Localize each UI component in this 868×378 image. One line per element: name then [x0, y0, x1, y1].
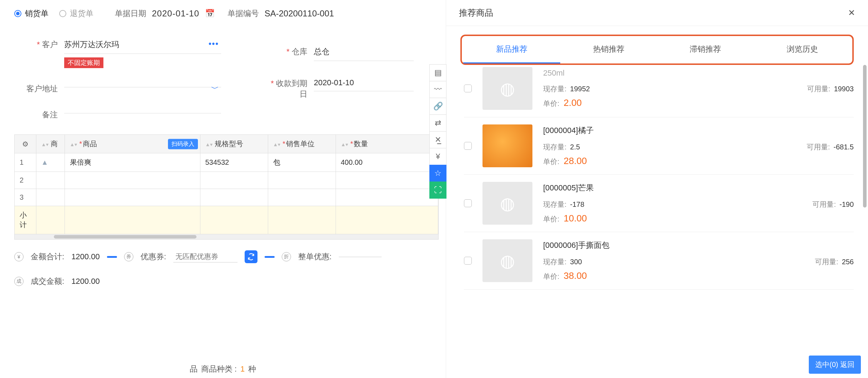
price-value: 38.00	[564, 270, 587, 281]
scan-input-button[interactable]: 扫码录入	[168, 139, 198, 149]
warehouse-label: 仓库	[264, 45, 314, 57]
calendar-icon[interactable]: 📅	[205, 9, 215, 18]
doc-code-value: SA-20200110-001	[265, 9, 334, 19]
stock-value: 2.5	[570, 143, 580, 151]
item-checkbox[interactable]	[464, 142, 472, 150]
kinds-suffix: 种	[248, 364, 256, 374]
cell-qty[interactable]: 400.00	[336, 153, 438, 172]
subtotal-label: 小计	[15, 206, 36, 234]
tab-browse-history[interactable]: 浏览历史	[754, 38, 851, 63]
recommend-item[interactable]: ◍[0000005]芒果现存量:-178可用量:-190单价:10.00	[464, 175, 854, 232]
kinds-value: 1	[240, 364, 245, 374]
doc-date-value[interactable]: 2020-01-10	[152, 9, 199, 19]
recommend-item[interactable]: ◍[0000006]手撕面包现存量:300可用量:256单价:38.00	[464, 232, 854, 290]
rail-chart-icon[interactable]: 〰	[429, 81, 446, 98]
due-field[interactable]: 2020-01-10	[314, 77, 414, 91]
sort-icon[interactable]: ▲▾	[341, 142, 348, 147]
sort-icon[interactable]: ▲▾	[41, 142, 49, 147]
rail-expand-icon[interactable]: ⛶	[429, 182, 446, 199]
customer-field[interactable]: 苏州万达沃尔玛 •••	[64, 38, 221, 54]
col-img: 商	[51, 140, 58, 148]
amount-label: 金额合计:	[31, 251, 64, 262]
sort-icon[interactable]: ▲▾	[273, 142, 281, 147]
cell-qty[interactable]	[336, 172, 438, 189]
table-row[interactable]: 1▲果倍爽534532包400.00	[15, 153, 438, 172]
gear-icon[interactable]: ⚙	[22, 140, 29, 148]
cell-unit[interactable]: 包	[268, 153, 336, 172]
item-checkbox[interactable]	[464, 85, 472, 92]
cell-unit[interactable]	[268, 172, 336, 189]
ellipsis-icon[interactable]: •••	[209, 39, 219, 48]
rail-star-icon[interactable]: ☆	[429, 165, 446, 182]
cell-product[interactable]: 果倍爽	[65, 153, 200, 172]
tab-label: 销货单	[25, 8, 48, 19]
row-number: 2	[15, 172, 36, 189]
col-spec: 规格型号	[215, 140, 243, 148]
cell-spec[interactable]: 534532	[200, 153, 268, 172]
rail-currency-icon[interactable]: ¥	[429, 148, 446, 165]
chevron-down-icon[interactable]: ﹀	[211, 83, 219, 94]
cell-qty[interactable]	[336, 189, 438, 206]
item-checkbox[interactable]	[464, 199, 472, 207]
avail-value: 256	[842, 258, 854, 266]
rail-receipt-icon[interactable]: ✕̲	[429, 131, 446, 148]
sort-icon[interactable]: ▲▾	[205, 142, 213, 147]
cell-product[interactable]	[65, 189, 200, 206]
coupon-label: 优惠券:	[141, 251, 166, 262]
whole-discount-field[interactable]	[339, 257, 382, 257]
item-checkbox[interactable]	[464, 257, 472, 265]
close-icon[interactable]: ✕	[848, 8, 855, 18]
avail-label: 可用量:256	[815, 257, 854, 267]
cell-spec[interactable]	[200, 189, 268, 206]
cell-product[interactable]	[65, 172, 200, 189]
table-row[interactable]: 2	[15, 172, 438, 189]
item-thumbnail	[482, 124, 532, 167]
col-qty: 数量	[354, 140, 368, 148]
kinds-label: 商品种类 :	[201, 364, 237, 374]
tab-slow-recommend[interactable]: 滞销推荐	[657, 38, 754, 63]
price-label: 单价:10.00	[543, 213, 854, 224]
cell-img	[36, 172, 65, 189]
tab-return-order[interactable]: 退货单	[59, 8, 93, 19]
recommend-item[interactable]: [0000004]橘子现存量:2.5可用量:-681.5单价:28.00	[464, 117, 854, 175]
stock-value: -178	[570, 200, 584, 208]
doc-date-label: 单据日期	[115, 8, 146, 19]
vertical-scrollbar[interactable]	[863, 65, 867, 208]
customer-label: 客户	[14, 38, 64, 50]
avail-label: 可用量:-190	[812, 200, 854, 209]
table-row[interactable]: 3	[15, 189, 438, 206]
refresh-button[interactable]	[245, 250, 257, 263]
cell-unit[interactable]	[268, 189, 336, 206]
rail-exchange-icon[interactable]: ⇄	[429, 114, 446, 132]
tab-hot-recommend[interactable]: 热销推荐	[560, 38, 657, 63]
deal-icon: 成	[14, 277, 24, 286]
address-field[interactable]: ﹀	[64, 82, 221, 87]
warehouse-field[interactable]: 总仓	[314, 45, 414, 61]
tab-sales-order[interactable]: 销货单	[14, 8, 48, 19]
minus-icon	[107, 256, 117, 258]
horizontal-scrollbar[interactable]	[15, 234, 438, 239]
doc-code-label: 单据编号	[228, 8, 259, 19]
amount-value: 1200.00	[71, 252, 100, 261]
rail-link-icon[interactable]: 🔗	[429, 98, 446, 115]
avail-label: 可用量:19903	[807, 84, 854, 94]
stock-label: 现存量:19952	[543, 84, 590, 94]
selected-return-button[interactable]: 选中(0) 返回	[809, 356, 861, 374]
col-product: 商品	[83, 140, 97, 148]
coupon-icon: 券	[124, 252, 133, 261]
item-title: [0000005]芒果	[543, 183, 854, 193]
rail-notes-icon[interactable]: ▤	[429, 64, 446, 81]
cell-img	[36, 189, 65, 206]
price-label: 单价:38.00	[543, 270, 854, 281]
tab-new-recommend[interactable]: 新品推荐	[463, 38, 560, 63]
stock-label: 现存量:-178	[543, 200, 584, 209]
row-number: 1	[15, 153, 36, 172]
cell-spec[interactable]	[200, 172, 268, 189]
radio-icon	[14, 10, 21, 17]
remark-field[interactable]	[64, 108, 221, 113]
coupon-input[interactable]	[173, 251, 238, 262]
recommend-item[interactable]: ◍250ml现存量:19952可用量:19903单价:2.00	[464, 65, 854, 117]
sort-icon[interactable]: ▲▾	[70, 142, 77, 147]
currency-icon: ¥	[14, 252, 24, 261]
item-title: [0000004]橘子	[543, 125, 854, 136]
